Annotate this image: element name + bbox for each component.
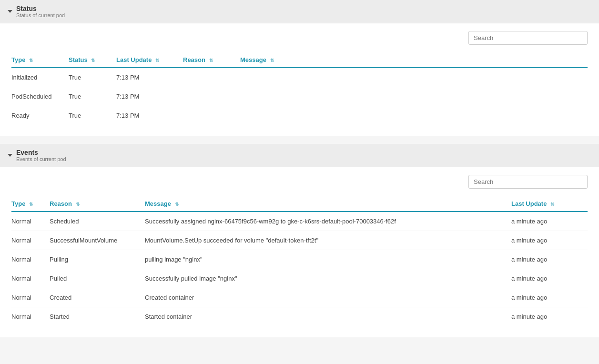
events-section-header: Events Events of current pod bbox=[0, 144, 599, 167]
table-row: Normal Pulling pulling image "nginx" a m… bbox=[11, 250, 588, 269]
status-type-cell: Ready bbox=[11, 106, 69, 125]
table-row: Normal Created Created container a minut… bbox=[11, 288, 588, 307]
status-status-cell: True bbox=[69, 87, 116, 106]
status-table-head: Type ⇅ Status ⇅ Last Update ⇅ Reason ⇅ M… bbox=[11, 52, 588, 68]
table-row: Initialized True 7:13 PM bbox=[11, 68, 588, 87]
status-lastupdate-cell: 7:13 PM bbox=[116, 87, 183, 106]
ev-reason-sort-icon[interactable]: ⇅ bbox=[76, 202, 80, 207]
ev-type-cell: Normal bbox=[11, 231, 50, 250]
status-header-row: Type ⇅ Status ⇅ Last Update ⇅ Reason ⇅ M… bbox=[11, 52, 588, 68]
ev-reason-cell: Pulled bbox=[50, 269, 145, 288]
ev-message-cell: MountVolume.SetUp succeeded for volume "… bbox=[145, 231, 511, 250]
table-row: Normal Scheduled Successfully assigned n… bbox=[11, 212, 588, 231]
status-col-message: Message ⇅ bbox=[240, 52, 588, 68]
status-type-cell: PodScheduled bbox=[11, 87, 69, 106]
ev-lastupdate-cell: a minute ago bbox=[511, 269, 588, 288]
ev-lastupdate-cell: a minute ago bbox=[511, 307, 588, 326]
ev-reason-cell: Pulling bbox=[50, 250, 145, 269]
status-section-header: Status Status of current pod bbox=[0, 0, 599, 23]
status-message-cell bbox=[240, 87, 588, 106]
events-table-head: Type ⇅ Reason ⇅ Message ⇅ Last Update ⇅ bbox=[11, 196, 588, 212]
status-sort-icon[interactable]: ⇅ bbox=[91, 58, 95, 63]
message-sort-icon[interactable]: ⇅ bbox=[270, 58, 274, 63]
events-search-input[interactable] bbox=[468, 175, 588, 189]
ev-type-cell: Normal bbox=[11, 250, 50, 269]
ev-message-cell: Successfully assigned nginx-66475f9c56-w… bbox=[145, 212, 511, 231]
status-reason-cell bbox=[183, 68, 240, 87]
ev-message-cell: Created container bbox=[145, 288, 511, 307]
status-subtitle: Status of current pod bbox=[16, 12, 65, 18]
events-header-row: Type ⇅ Reason ⇅ Message ⇅ Last Update ⇅ bbox=[11, 196, 588, 212]
events-table-body: Normal Scheduled Successfully assigned n… bbox=[11, 212, 588, 326]
ev-message-cell: pulling image "nginx" bbox=[145, 250, 511, 269]
status-col-reason: Reason ⇅ bbox=[183, 52, 240, 68]
ev-col-type: Type ⇅ bbox=[11, 196, 50, 212]
events-search-row bbox=[11, 175, 588, 189]
status-col-lastupdate: Last Update ⇅ bbox=[116, 52, 183, 68]
status-lastupdate-cell: 7:13 PM bbox=[116, 68, 183, 87]
ev-message-sort-icon[interactable]: ⇅ bbox=[175, 202, 179, 207]
status-message-cell bbox=[240, 68, 588, 87]
reason-sort-icon[interactable]: ⇅ bbox=[209, 58, 213, 63]
ev-type-cell: Normal bbox=[11, 269, 50, 288]
ev-lastupdate-sort-icon[interactable]: ⇅ bbox=[550, 202, 554, 207]
status-reason-cell bbox=[183, 87, 240, 106]
status-search-input[interactable] bbox=[468, 31, 588, 45]
type-sort-icon[interactable]: ⇅ bbox=[29, 58, 33, 63]
events-header-text: Events Events of current pod bbox=[16, 149, 66, 162]
ev-col-reason: Reason ⇅ bbox=[50, 196, 145, 212]
ev-type-sort-icon[interactable]: ⇅ bbox=[29, 202, 33, 207]
ev-col-message: Message ⇅ bbox=[145, 196, 511, 212]
ev-type-cell: Normal bbox=[11, 307, 50, 326]
ev-type-cell: Normal bbox=[11, 288, 50, 307]
status-message-cell bbox=[240, 106, 588, 125]
events-section: Events Events of current pod Type ⇅ Reas… bbox=[0, 144, 599, 337]
ev-message-cell: Started container bbox=[145, 307, 511, 326]
status-search-row bbox=[11, 31, 588, 45]
events-table: Type ⇅ Reason ⇅ Message ⇅ Last Update ⇅ … bbox=[11, 196, 588, 326]
ev-col-lastupdate: Last Update ⇅ bbox=[511, 196, 588, 212]
ev-reason-cell: Created bbox=[50, 288, 145, 307]
ev-lastupdate-cell: a minute ago bbox=[511, 288, 588, 307]
ev-reason-cell: SuccessfulMountVolume bbox=[50, 231, 145, 250]
status-lastupdate-cell: 7:13 PM bbox=[116, 106, 183, 125]
ev-reason-cell: Started bbox=[50, 307, 145, 326]
ev-reason-cell: Scheduled bbox=[50, 212, 145, 231]
ev-lastupdate-cell: a minute ago bbox=[511, 231, 588, 250]
status-status-cell: True bbox=[69, 106, 116, 125]
status-title: Status bbox=[16, 5, 65, 12]
events-subtitle: Events of current pod bbox=[16, 156, 66, 162]
events-table-container: Type ⇅ Reason ⇅ Message ⇅ Last Update ⇅ … bbox=[0, 167, 599, 337]
status-section: Status Status of current pod Type ⇅ Stat… bbox=[0, 0, 599, 136]
ev-type-cell: Normal bbox=[11, 212, 50, 231]
lastupdate-sort-icon[interactable]: ⇅ bbox=[155, 58, 159, 63]
status-header-text: Status Status of current pod bbox=[16, 5, 65, 18]
status-table-container: Type ⇅ Status ⇅ Last Update ⇅ Reason ⇅ M… bbox=[0, 23, 599, 136]
events-title: Events bbox=[16, 149, 66, 156]
status-table-body: Initialized True 7:13 PM PodScheduled Tr… bbox=[11, 68, 588, 125]
status-type-cell: Initialized bbox=[11, 68, 69, 87]
status-reason-cell bbox=[183, 106, 240, 125]
status-table: Type ⇅ Status ⇅ Last Update ⇅ Reason ⇅ M… bbox=[11, 52, 588, 125]
ev-lastupdate-cell: a minute ago bbox=[511, 212, 588, 231]
ev-message-cell: Successfully pulled image "nginx" bbox=[145, 269, 511, 288]
table-row: PodScheduled True 7:13 PM bbox=[11, 87, 588, 106]
table-row: Normal Pulled Successfully pulled image … bbox=[11, 269, 588, 288]
table-row: Ready True 7:13 PM bbox=[11, 106, 588, 125]
table-row: Normal SuccessfulMountVolume MountVolume… bbox=[11, 231, 588, 250]
events-chevron-icon[interactable] bbox=[8, 154, 12, 157]
status-col-status: Status ⇅ bbox=[69, 52, 116, 68]
table-row: Normal Started Started container a minut… bbox=[11, 307, 588, 326]
ev-lastupdate-cell: a minute ago bbox=[511, 250, 588, 269]
status-status-cell: True bbox=[69, 68, 116, 87]
status-col-type: Type ⇅ bbox=[11, 52, 69, 68]
status-chevron-icon[interactable] bbox=[8, 10, 12, 13]
